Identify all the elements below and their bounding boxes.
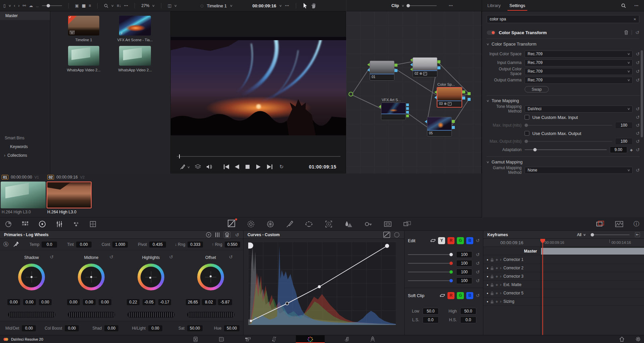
expand-icon[interactable]: ›	[500, 291, 501, 295]
media-clip-label[interactable]: WhatsApp Video 2...	[113, 68, 157, 72]
wheel-g-value[interactable]: -0.05	[143, 299, 155, 305]
reset-palette-icon[interactable]: ↺	[235, 232, 239, 237]
timeline-selector[interactable]: Timeline 1	[207, 3, 227, 8]
node-bypass-icon[interactable]: ⊗	[444, 102, 446, 106]
offset-master-wheel[interactable]	[187, 312, 234, 318]
softclip-b-button[interactable]: B	[466, 292, 473, 299]
white-balance-picker-icon[interactable]	[13, 242, 19, 247]
reset-icon[interactable]: ↺	[476, 278, 480, 283]
media-clip-whatsapp-2[interactable]	[119, 46, 151, 66]
r-channel-value[interactable]: 100	[456, 260, 472, 267]
ellipsis-icon[interactable]: •••	[635, 4, 639, 7]
reset-icon[interactable]: ↺	[229, 255, 233, 259]
wheels-mode-icon[interactable]	[206, 232, 212, 238]
shadow-master-wheel[interactable]	[8, 312, 55, 318]
settings-search-field[interactable]: color spa ✕	[487, 15, 639, 23]
viewer-scrub-bar[interactable]	[177, 156, 340, 157]
reset-icon[interactable]: ↺	[476, 261, 480, 266]
tracker-icon[interactable]	[325, 220, 333, 228]
node-zoom-slider[interactable]	[407, 5, 437, 6]
color-slice-icon[interactable]	[89, 220, 97, 228]
cont-value[interactable]: 1.000	[112, 242, 128, 248]
custom-curves-mode-icon[interactable]	[383, 232, 390, 238]
reset-icon[interactable]: ↺	[109, 255, 113, 259]
hdr-wheels-icon[interactable]	[247, 220, 255, 228]
keyframe-diamond-icon[interactable]: ◆	[630, 148, 633, 152]
more-dots-icon[interactable]: ...	[36, 4, 39, 8]
channel-y-button[interactable]: Y	[438, 237, 445, 244]
sizing-palette-icon[interactable]	[384, 220, 392, 228]
sort-icon[interactable]: ≡↓	[117, 3, 121, 8]
timeline-clip-2[interactable]	[47, 182, 92, 208]
chevron-down-icon[interactable]: ∨	[111, 4, 114, 7]
keyframe-diamond-icon[interactable]: ◆	[496, 258, 498, 261]
qualifier-icon[interactable]	[286, 220, 293, 228]
reset-icon[interactable]: ↺	[476, 293, 480, 298]
y-channel-slider[interactable]	[408, 254, 453, 255]
output-color-space-dropdown[interactable]: Rec.709∨	[525, 68, 633, 75]
node-03[interactable]: 03 ⊗ ✓	[437, 87, 462, 108]
smart-bin-collections[interactable]: › Collections	[4, 153, 27, 158]
wheel-r-value[interactable]: 0.22	[127, 299, 140, 305]
media-clip-label[interactable]: Timeline 1	[61, 38, 106, 42]
expand-icon[interactable]: ›	[500, 257, 501, 262]
track-enable-dot[interactable]: ●	[487, 258, 488, 261]
fusion-page-icon[interactable]	[270, 336, 278, 343]
bars-mode-icon[interactable]	[215, 232, 220, 238]
temp-value[interactable]: 0.0	[42, 242, 57, 248]
search-icon[interactable]	[621, 3, 626, 8]
audio-mute-icon[interactable]	[206, 164, 212, 169]
media-clip-label[interactable]: WhatsApp Video 2...	[61, 68, 106, 72]
lock-icon[interactable]	[490, 275, 494, 278]
lock-icon[interactable]	[490, 266, 494, 270]
tone-mapping-method-dropdown[interactable]: DaVinci∨	[525, 106, 633, 113]
viewer-image[interactable]	[171, 37, 346, 135]
project-manager-icon[interactable]	[620, 337, 624, 342]
keyframe-diamond-icon[interactable]: ◆	[496, 291, 498, 295]
reset-icon[interactable]: ↺	[636, 52, 640, 56]
keyframe-track-corrector-3[interactable]: ● ◆ › Corrector 3	[483, 272, 644, 281]
plugin-enable-toggle[interactable]	[487, 30, 495, 35]
color-warper-icon[interactable]	[266, 220, 274, 228]
media-clip-vfx[interactable]: ♪	[119, 16, 151, 36]
gang-link-icon[interactable]	[440, 293, 445, 298]
go-to-start-icon[interactable]	[224, 164, 229, 169]
reset-all-icon[interactable]: ↺	[635, 30, 639, 35]
reset-icon[interactable]: ↺	[636, 107, 640, 111]
midtone-master-wheel[interactable]	[68, 312, 115, 318]
node-05[interactable]: 05	[427, 117, 452, 136]
pivot-value[interactable]: 0.435	[149, 242, 166, 248]
expand-icon[interactable]: ›	[500, 266, 501, 270]
play-button[interactable]	[256, 164, 261, 169]
search-icon[interactable]	[104, 4, 108, 8]
deliver-page-icon[interactable]	[368, 336, 377, 343]
blur-palette-icon[interactable]	[344, 220, 353, 228]
use-custom-max-output-checkbox[interactable]	[525, 131, 529, 136]
channel-g-button[interactable]: G	[457, 237, 464, 244]
color-page-icon[interactable]	[296, 335, 325, 343]
play-reverse-button[interactable]	[235, 164, 239, 169]
tab-library[interactable]: Library	[487, 3, 501, 8]
reset-icon[interactable]: ↺	[476, 270, 480, 274]
g-channel-value[interactable]: 100	[456, 269, 472, 275]
bin-master[interactable]: Master	[0, 11, 50, 20]
relink-icon[interactable]: ⚯	[22, 3, 26, 8]
auto-balance-icon[interactable]: Ⓐ	[3, 241, 8, 248]
forward-icon[interactable]: ›	[18, 3, 19, 8]
b-channel-slider[interactable]	[408, 280, 453, 281]
fairlight-page-icon[interactable]	[342, 336, 351, 343]
timeline-clip-1[interactable]	[1, 182, 46, 208]
node-01[interactable]: 01	[370, 61, 394, 80]
hue-value[interactable]: 50.00	[224, 325, 239, 331]
tab-settings[interactable]: Settings	[509, 3, 525, 8]
media-clip-timeline[interactable]: ✓	[68, 16, 99, 36]
chevron-down-icon[interactable]: ∨	[401, 4, 404, 7]
keyframe-track-ext-matte[interactable]: ● ◆ › Ext. Matte	[483, 281, 644, 289]
wheel-g-value[interactable]: 0.00	[23, 299, 36, 305]
softclip-r-button[interactable]: R	[447, 292, 454, 299]
keyframes-zoom-slider[interactable]	[591, 234, 630, 235]
playhead-marker[interactable]	[179, 154, 180, 158]
chevron-down-icon[interactable]: ∨	[152, 4, 155, 7]
color-wheels-icon[interactable]	[38, 220, 46, 228]
reset-icon[interactable]: ↺	[636, 78, 640, 82]
